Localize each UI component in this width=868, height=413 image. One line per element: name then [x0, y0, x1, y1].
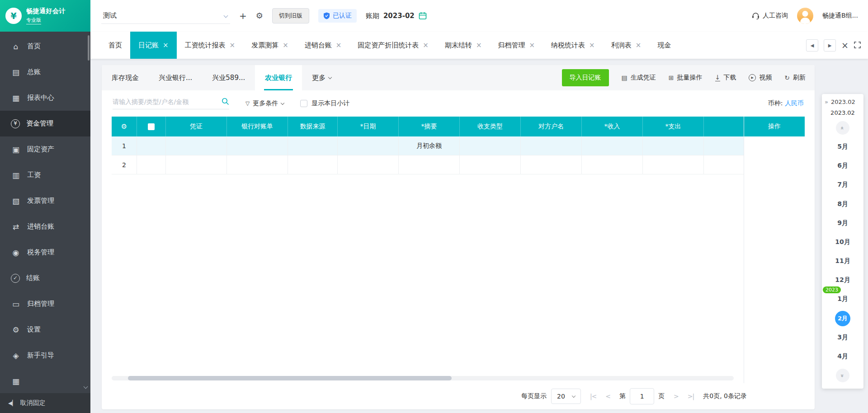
close-tab-icon[interactable]: × — [336, 42, 342, 49]
collapse-rail-icon[interactable]: » — [825, 99, 828, 105]
tab-发票测算[interactable]: 发票测算× — [243, 32, 297, 59]
import-journal-button[interactable]: 导入日记账 — [562, 69, 609, 86]
table-cell[interactable] — [582, 136, 643, 155]
month-item-1月[interactable]: 20231月 — [822, 291, 863, 308]
month-item-4月[interactable]: 4月 — [822, 348, 863, 365]
close-tab-icon[interactable]: × — [589, 42, 595, 49]
sidebar-item-extra[interactable]: ▦ — [0, 368, 90, 393]
download-button[interactable]: ↓ 下载 — [715, 74, 736, 82]
select-all-checkbox[interactable] — [148, 123, 155, 130]
subtab-兴业银行...[interactable]: 兴业银行... — [149, 65, 202, 90]
sidebar-item-general-ledger[interactable]: ▤总账 — [0, 59, 90, 85]
sidebar-scroll-down-icon[interactable] — [84, 382, 87, 390]
scroll-tabs-left-button[interactable]: ◀ — [806, 39, 818, 52]
month-item-11月[interactable]: 11月 — [822, 253, 863, 270]
subtab-库存现金[interactable]: 库存现金 — [102, 65, 149, 90]
column-header-*收入[interactable]: *收入 — [582, 117, 643, 136]
page-size-select[interactable]: 20 — [551, 389, 581, 404]
search-icon[interactable] — [222, 98, 229, 105]
sidebar-item-settings[interactable]: ⚙设置 — [0, 317, 90, 343]
close-tab-icon[interactable]: × — [230, 42, 236, 49]
table-cell[interactable]: 月初余额 — [399, 136, 460, 155]
next-page-button[interactable]: > — [674, 393, 679, 400]
column-header-银行对账单[interactable]: 银行对账单 — [227, 117, 288, 136]
scroll-tabs-right-button[interactable]: ▶ — [824, 39, 836, 52]
table-row[interactable]: 2 — [112, 155, 744, 174]
tab-归档管理[interactable]: 归档管理× — [490, 32, 543, 59]
subtab-农业银行[interactable]: 农业银行 — [255, 65, 302, 90]
show-daily-subtotal-toggle[interactable]: 显示本日小计 — [300, 99, 349, 108]
table-cell[interactable] — [288, 155, 338, 174]
batch-operation-button[interactable]: ⊞ 批量操作 — [669, 74, 703, 82]
sidebar-item-report-center[interactable]: ▦报表中心 — [0, 85, 90, 111]
month-item-7月[interactable]: 7月 — [822, 176, 863, 193]
sidebar-item-salary[interactable]: ▥工资 — [0, 162, 90, 188]
scroll-months-down-button[interactable]: » — [836, 369, 849, 382]
close-all-tabs-button[interactable]: × — [841, 41, 849, 50]
close-tab-icon[interactable]: × — [423, 42, 429, 49]
user-avatar[interactable] — [797, 8, 813, 24]
certified-badge[interactable]: 已认证 — [318, 9, 357, 23]
page-number-input[interactable] — [630, 388, 654, 404]
row-checkbox-cell[interactable] — [137, 155, 166, 174]
sidebar-item-purchase-sales[interactable]: ⇄进销台账 — [0, 214, 90, 239]
table-cell[interactable] — [460, 136, 521, 155]
close-tab-icon[interactable]: × — [163, 42, 169, 49]
sidebar-item-archive[interactable]: ▭归档管理 — [0, 291, 90, 317]
accounting-period[interactable]: 账期 2023-02 — [366, 12, 427, 20]
switch-old-version-button[interactable]: 切到旧版 — [272, 8, 309, 23]
table-cell[interactable] — [166, 136, 227, 155]
subtab-更多[interactable]: 更多 — [302, 65, 341, 90]
generate-voucher-button[interactable]: ▤ 生成凭证 — [622, 74, 656, 82]
sidebar-item-invoice[interactable]: ▧发票管理 — [0, 188, 90, 214]
table-row[interactable]: 1月初余额 — [112, 136, 744, 155]
table-cell[interactable] — [166, 155, 227, 174]
column-header-收支类型[interactable]: 收支类型 — [460, 117, 521, 136]
column-settings-button[interactable]: ⚙ — [112, 117, 137, 136]
tab-首页[interactable]: 首页 — [100, 32, 130, 59]
month-item-3月[interactable]: 3月 — [822, 329, 863, 346]
tab-纳税统计表[interactable]: 纳税统计表× — [543, 32, 603, 59]
settings-gear-button[interactable]: ⚙ — [256, 12, 263, 20]
column-header-数据来源[interactable]: 数据来源 — [288, 117, 338, 136]
column-header-*摘要[interactable]: *摘要 — [399, 117, 460, 136]
sidebar-item-fixed-assets[interactable]: ▣固定资产 — [0, 136, 90, 162]
unpin-sidebar-button[interactable]: ◀▏ 取消固定 — [0, 393, 90, 413]
month-item-10月[interactable]: 10月 — [822, 234, 863, 251]
currency-value[interactable]: 人民币 — [785, 99, 804, 107]
close-tab-icon[interactable]: × — [529, 42, 535, 49]
column-header-*日期[interactable]: *日期 — [338, 117, 399, 136]
close-tab-icon[interactable]: × — [283, 42, 288, 49]
table-cell[interactable] — [582, 155, 643, 174]
horizontal-scrollbar-thumb[interactable] — [128, 376, 452, 380]
more-conditions-button[interactable]: ▽ 更多条件 — [245, 99, 284, 108]
last-page-button[interactable]: >| — [688, 393, 694, 400]
video-help-button[interactable]: ▶ 视频 — [749, 74, 772, 82]
rail-current-period[interactable]: 2023.02 — [822, 107, 863, 118]
table-cell[interactable] — [227, 155, 288, 174]
table-cell[interactable] — [338, 136, 399, 155]
table-cell[interactable] — [643, 136, 704, 155]
tab-日记账[interactable]: 日记账× — [130, 32, 177, 59]
sidebar-item-closing[interactable]: ✓结账 — [0, 265, 90, 291]
table-cell[interactable] — [288, 136, 338, 155]
prev-page-button[interactable]: < — [605, 393, 610, 400]
close-tab-icon[interactable]: × — [636, 42, 642, 49]
tab-现金[interactable]: 现金 — [649, 32, 679, 59]
first-page-button[interactable]: |< — [590, 393, 596, 400]
table-cell[interactable] — [521, 136, 582, 155]
tab-进销台账[interactable]: 进销台账× — [297, 32, 350, 59]
column-header-对方户名[interactable]: 对方户名 — [521, 117, 582, 136]
table-cell[interactable] — [399, 155, 460, 174]
month-item-5月[interactable]: 5月 — [822, 138, 863, 155]
live-support-button[interactable]: 人工咨询 — [752, 12, 788, 20]
fullscreen-button[interactable] — [854, 41, 861, 50]
tab-利润表[interactable]: 利润表× — [603, 32, 650, 59]
table-cell[interactable] — [643, 155, 704, 174]
sidebar-item-home[interactable]: ⌂首页 — [0, 33, 90, 59]
month-item-6月[interactable]: 6月 — [822, 157, 863, 174]
sidebar-scrollbar[interactable] — [88, 35, 90, 61]
refresh-button[interactable]: ↻ 刷新 — [784, 74, 806, 82]
month-item-2月[interactable]: 2月 — [822, 310, 863, 327]
account-set-select[interactable]: 测试 — [101, 8, 230, 24]
